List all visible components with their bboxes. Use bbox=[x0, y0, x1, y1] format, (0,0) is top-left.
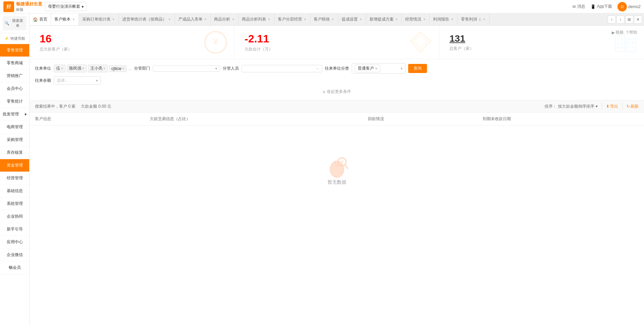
remove-tag-cjttcw[interactable]: × bbox=[123, 67, 125, 70]
tab-next-button[interactable]: › bbox=[616, 15, 625, 24]
sidebar-item-retail-stats[interactable]: 零售统计 bbox=[0, 95, 29, 108]
remove-tag-wang[interactable]: × bbox=[103, 67, 105, 70]
more-tags-icon[interactable]: ... bbox=[128, 66, 131, 71]
tab-customer-account[interactable]: 客户账本 × bbox=[51, 13, 79, 26]
query-button[interactable]: 查询 bbox=[408, 64, 427, 73]
sidebar-item-member-center[interactable]: 会员中心 bbox=[0, 82, 29, 95]
tab-close-icon[interactable]: × bbox=[395, 17, 398, 21]
sidebar-item-operations[interactable]: 经营管理 bbox=[0, 172, 29, 185]
quick-nav-button[interactable]: ⚡ 快捷导航 bbox=[0, 33, 29, 44]
collapse-button[interactable]: ∧ 收起更多条件 bbox=[323, 89, 351, 95]
sidebar-item-basic-info[interactable]: 基础信息 bbox=[0, 185, 29, 197]
sidebar-item-enterprise-coop[interactable]: 企业协同 bbox=[0, 210, 29, 223]
filter-row-2: 往来余额 选择... ▾ bbox=[35, 76, 639, 85]
tab-product-analysis[interactable]: 商品分析 × bbox=[211, 13, 239, 26]
tab-close-icon[interactable]: × bbox=[231, 17, 235, 21]
dept-dropdown[interactable]: ▾ bbox=[153, 65, 220, 72]
tab-product-analysis-list[interactable]: 商品分析列表 × bbox=[239, 13, 274, 26]
user-name: demo2 bbox=[628, 4, 641, 9]
sidebar-label: 零售管理 bbox=[7, 48, 23, 52]
debt-amount-text: 欠款金额 0.00 元 bbox=[81, 104, 111, 109]
diamond-icon bbox=[409, 31, 432, 54]
sidebar-item-new-guide[interactable]: 新手引导 bbox=[0, 223, 29, 236]
tab-bar-actions: ‹ › ⊞ ✕ bbox=[606, 15, 644, 24]
tab-retail-profit[interactable]: 零售利润（ × bbox=[458, 13, 489, 26]
unit-class-dropdown[interactable]: 普通客户 × ▾ bbox=[352, 63, 405, 74]
tab-close-icon[interactable]: × bbox=[204, 17, 207, 21]
export-button[interactable]: ⬆ 导出 bbox=[606, 104, 618, 109]
tab-cost-inbound[interactable]: 产成品入库单 × bbox=[175, 13, 211, 26]
sidebar-item-finance[interactable]: 资金管理 bbox=[0, 159, 29, 172]
sort-select[interactable]: 排序： 按欠款金额倒序排序 ▾ bbox=[545, 104, 598, 109]
balance-dropdown[interactable]: 选择... ▾ bbox=[54, 76, 101, 85]
stat-card-debt-total: -2.11 欠款合计（万） bbox=[234, 26, 439, 59]
remove-tag-wu[interactable]: × bbox=[61, 67, 63, 70]
remove-tag-chen[interactable]: × bbox=[82, 67, 84, 70]
sort-label: 排序： bbox=[545, 104, 557, 109]
sidebar-item-purchase-mgmt[interactable]: 采购管理 bbox=[0, 134, 29, 146]
app-download-action[interactable]: 📱 App下载 bbox=[591, 4, 612, 9]
col-header-customer-info: 客户信息 bbox=[30, 113, 144, 125]
table-header-row: 客户信息 欠款交易信息（占比） 回款情况 到期未收款日期 bbox=[30, 113, 644, 125]
video-link[interactable]: ▶ 视频 bbox=[612, 30, 624, 35]
sidebar-label: 企业协同 bbox=[7, 214, 23, 219]
tab-business-status[interactable]: 经营情况 × bbox=[402, 13, 430, 26]
tag-text: cjttcw bbox=[112, 66, 122, 71]
svg-rect-6 bbox=[617, 38, 619, 40]
export-label: 导出 bbox=[610, 104, 618, 109]
tab-promotion-settings[interactable]: 提成设置 × bbox=[338, 13, 366, 26]
store-selector[interactable]: 母婴行业演示帐套 ▾ bbox=[45, 2, 87, 11]
sidebar-label: 系统管理 bbox=[7, 201, 23, 206]
tab-close-icon[interactable]: × bbox=[72, 17, 75, 21]
search-menu-button[interactable]: 🔍 搜索菜单 bbox=[3, 16, 27, 30]
tab-label: 新增提成方案 bbox=[370, 16, 394, 22]
tab-close-icon[interactable]: × bbox=[359, 17, 362, 21]
sidebar-item-vip-member[interactable]: 畅会员 bbox=[0, 261, 29, 274]
tab-expand-button[interactable]: ⊞ bbox=[625, 15, 633, 24]
sort-chevron-icon: ▾ bbox=[596, 104, 598, 109]
tab-home[interactable]: 🏠 首页 bbox=[30, 13, 51, 26]
help-link[interactable]: ? 帮助 bbox=[626, 30, 637, 35]
tab-close-icon[interactable]: × bbox=[267, 17, 271, 21]
tab-customer-segment[interactable]: 客户分层经营 × bbox=[274, 13, 310, 26]
sidebar-item-app-center[interactable]: 应用中心 bbox=[0, 236, 29, 249]
tab-close-icon[interactable]: × bbox=[450, 17, 454, 21]
sidebar-item-inventory[interactable]: 库存核算 bbox=[0, 146, 29, 159]
tab-close-icon[interactable]: × bbox=[423, 17, 426, 21]
person-dropdown[interactable]: ··· bbox=[242, 65, 322, 72]
message-icon: ✉ bbox=[572, 4, 576, 9]
tab-new-achievement[interactable]: 新增提成方案 × bbox=[366, 13, 402, 26]
svg-rect-11 bbox=[621, 46, 623, 48]
sidebar-item-retail-mall[interactable]: 零售商城 bbox=[0, 57, 29, 70]
tab-customer-contact[interactable]: 客户联络 × bbox=[310, 13, 338, 26]
tab-close-icon[interactable]: × bbox=[303, 17, 307, 21]
tag-text: 伍 bbox=[56, 66, 60, 71]
tab-profit-report[interactable]: 利润报告 × bbox=[430, 13, 458, 26]
refresh-button[interactable]: ↻ 刷新 bbox=[627, 104, 639, 109]
tab-close-icon[interactable]: × bbox=[482, 17, 486, 21]
message-action[interactable]: ✉ 消息 bbox=[572, 4, 585, 9]
tab-purchase-order[interactable]: 采购订单统计表 × bbox=[79, 13, 119, 26]
stat-label-debt-total: 欠款合计（万） bbox=[245, 46, 273, 52]
sidebar-item-enterprise-wechat[interactable]: 企业微信 bbox=[0, 249, 29, 261]
customer-unit: 家 bbox=[72, 104, 76, 109]
sidebar-item-ecommerce[interactable]: 电商管理 bbox=[0, 121, 29, 134]
sidebar-item-marketing[interactable]: 营销推广 bbox=[0, 70, 29, 82]
divider bbox=[602, 103, 602, 110]
balance-filter-label: 往来余额 bbox=[35, 78, 51, 83]
tab-label: 经营情况 bbox=[405, 16, 421, 22]
app-icon: 📱 bbox=[591, 4, 596, 9]
remove-unit-class-tag[interactable]: × bbox=[375, 66, 377, 71]
sidebar-item-retail-mgmt[interactable]: 零售管理 bbox=[0, 44, 29, 57]
tab-close-all-button[interactable]: ✕ bbox=[634, 15, 642, 24]
svg-rect-12 bbox=[628, 42, 630, 44]
tag-text: 普通客户 bbox=[358, 66, 374, 71]
tab-close-icon[interactable]: × bbox=[112, 17, 115, 21]
user-action[interactable]: D demo2 bbox=[617, 2, 641, 11]
tab-close-icon[interactable]: × bbox=[168, 17, 171, 21]
sidebar-item-wholesale-mgmt[interactable]: 批发管理 ▾ bbox=[0, 108, 29, 121]
sidebar-item-system-mgmt[interactable]: 系统管理 bbox=[0, 197, 29, 210]
tab-inbound-stats[interactable]: 进货单统计表（按商品） × bbox=[119, 13, 175, 26]
tab-prev-button[interactable]: ‹ bbox=[608, 15, 616, 24]
tab-close-icon[interactable]: × bbox=[331, 17, 335, 21]
